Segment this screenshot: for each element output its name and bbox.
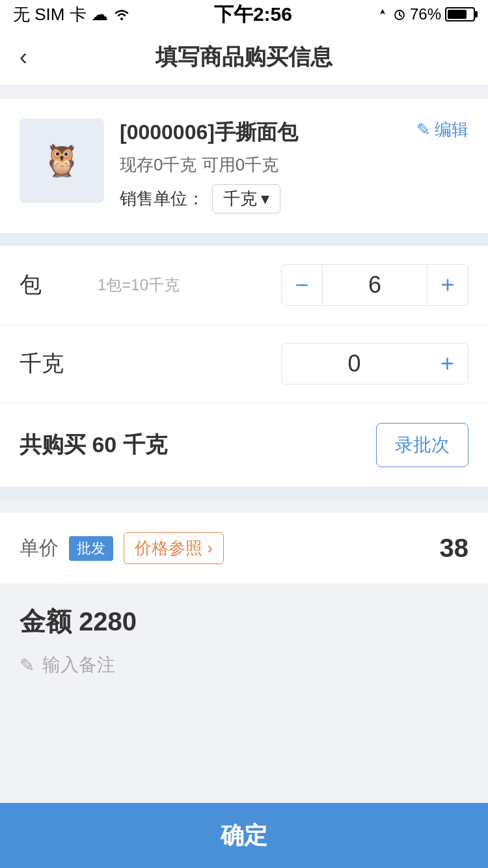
remark-row[interactable]: ✎ 输入备注: [20, 653, 468, 677]
total-amount: 60: [92, 432, 116, 457]
remark-placeholder: 输入备注: [42, 653, 115, 677]
unit-value: 千克: [223, 187, 257, 210]
page-title: 填写商品购买信息: [156, 42, 332, 72]
total-text: 共购买 60 千克: [20, 430, 167, 460]
package-input-row: 包 1包=10千克 − +: [0, 246, 488, 325]
back-button[interactable]: ‹: [20, 44, 27, 71]
package-input-section: 包 1包=10千克 − + 千克 +: [0, 246, 488, 403]
kg-label: 千克: [20, 349, 85, 379]
package-decrement-button[interactable]: −: [281, 264, 323, 306]
edit-label: 编辑: [435, 118, 468, 141]
sim-label: 无 SIM 卡 ☁: [13, 3, 108, 26]
kg-input-row: 千克 +: [0, 325, 488, 403]
product-unit-row: 销售单位： 千克 ▾: [120, 184, 468, 213]
alarm-icon: [393, 8, 406, 21]
amount-row: 金额 2280: [20, 604, 468, 640]
kg-input[interactable]: [281, 343, 427, 385]
edit-icon: ✎: [416, 120, 431, 140]
svg-point-0: [120, 18, 123, 20]
svg-line-3: [400, 15, 401, 16]
edit-button[interactable]: ✎ 编辑: [416, 118, 468, 141]
product-card: 🦉 [0000006]手撕面包 现存0千克 可用0千克 销售单位： 千克 ▾ ✎…: [0, 99, 488, 233]
price-row: 单价 批发 价格参照 › 38: [0, 513, 488, 584]
unit-label: 销售单位：: [120, 187, 204, 210]
chevron-down-icon: ▾: [261, 189, 269, 209]
price-value: 38: [440, 534, 469, 563]
status-bar: 无 SIM 卡 ☁ 下午2:56 76%: [0, 0, 488, 29]
product-stock: 现存0千克 可用0千克: [120, 154, 468, 176]
location-icon: [376, 8, 389, 21]
kg-increment-button[interactable]: +: [427, 343, 468, 385]
package-increment-button[interactable]: +: [427, 264, 468, 306]
unit-select[interactable]: 千克 ▾: [212, 184, 280, 213]
battery-percent: 76%: [410, 5, 441, 23]
product-logo: 🦉: [42, 142, 81, 179]
package-input[interactable]: [323, 264, 427, 306]
batch-button[interactable]: 录批次: [376, 423, 468, 467]
nav-bar: ‹ 填写商品购买信息: [0, 29, 488, 86]
kg-controls: +: [281, 343, 468, 385]
amount-number: 2280: [79, 607, 137, 636]
price-label: 单价: [20, 535, 59, 562]
price-section: 单价 批发 价格参照 › 38: [0, 513, 488, 584]
status-time: 下午2:56: [214, 1, 292, 28]
product-image: 🦉: [20, 118, 104, 203]
status-left: 无 SIM 卡 ☁: [13, 3, 130, 26]
section-separator-1: [0, 233, 488, 246]
price-tag: 批发: [69, 536, 113, 561]
total-row: 共购买 60 千克 录批次: [0, 403, 488, 487]
price-ref-button[interactable]: 价格参照 ›: [124, 532, 224, 564]
package-controls: − +: [281, 264, 468, 306]
confirm-button[interactable]: 确定: [0, 803, 488, 868]
package-hint: 1包=10千克: [98, 275, 180, 295]
amount-section: 金额 2280 ✎ 输入备注: [0, 584, 488, 701]
status-right: 76%: [376, 5, 475, 23]
battery-icon: [445, 7, 475, 21]
total-label: 共购买: [20, 432, 86, 457]
amount-label: 金额: [20, 607, 72, 636]
section-separator-2: [0, 487, 488, 500]
pencil-icon: ✎: [20, 655, 34, 676]
total-unit: 千克: [123, 432, 167, 457]
package-label: 包: [20, 270, 85, 300]
wifi-icon: [113, 7, 130, 21]
